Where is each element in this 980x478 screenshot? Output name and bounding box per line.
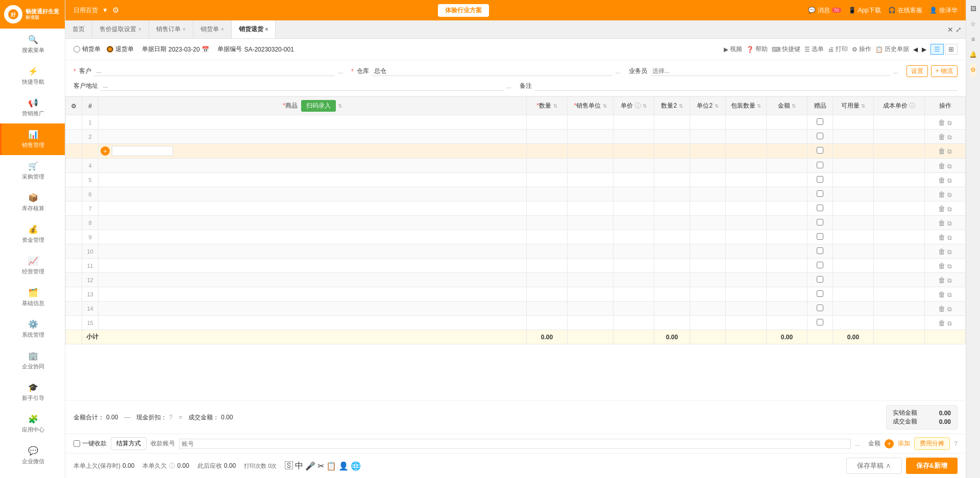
row-amount-3[interactable] — [767, 144, 807, 159]
row-qty-12[interactable] — [527, 273, 568, 287]
row-pack-9[interactable] — [726, 230, 767, 244]
row-avail-4[interactable] — [833, 159, 874, 173]
row-qty-1[interactable] — [527, 115, 568, 130]
row-price-14[interactable] — [614, 301, 654, 316]
gift-checkbox-3[interactable] — [817, 147, 823, 154]
copy-row-4[interactable]: ⧉ — [947, 163, 952, 170]
gift-checkbox-5[interactable] — [817, 176, 823, 183]
row-unit-3[interactable] — [568, 144, 614, 159]
row-cost-5[interactable] — [874, 173, 925, 187]
row-gift-3[interactable] — [807, 144, 833, 159]
radio-return[interactable]: 退货单 — [107, 45, 134, 54]
product-input-${i}[interactable] — [112, 146, 173, 156]
department-select[interactable]: 日用百货 — [74, 6, 98, 15]
gift-checkbox-6[interactable] — [817, 190, 823, 197]
row-unit2-10[interactable] — [690, 244, 726, 259]
row-amount-11[interactable] — [767, 259, 807, 273]
row-amount-1[interactable] — [767, 115, 807, 130]
row-price-9[interactable] — [614, 230, 654, 244]
row-avail-8[interactable] — [833, 216, 874, 230]
row-product-14[interactable] — [99, 301, 527, 316]
row-product-4[interactable] — [99, 159, 527, 173]
save-draft-button[interactable]: 保存草稿 ∧ — [846, 458, 902, 474]
row-product-10[interactable] — [99, 244, 527, 259]
account-input[interactable] — [179, 439, 851, 449]
sidebar-item-wechat[interactable]: 💬 企业微信 — [0, 440, 65, 471]
row-amount-8[interactable] — [767, 216, 807, 230]
notification-btn[interactable]: 💬 消息 70 — [808, 6, 841, 15]
row-product-8[interactable] — [99, 216, 527, 230]
row-pack-8[interactable] — [726, 216, 767, 230]
gift-checkbox-4[interactable] — [817, 162, 823, 168]
price-sort-icon[interactable]: ⇅ — [643, 103, 647, 109]
sidebar-item-marketing[interactable]: 📢 营销推广 — [0, 92, 65, 123]
row-qty2-3[interactable] — [654, 144, 690, 159]
row-avail-6[interactable] — [833, 187, 874, 202]
one-click-label[interactable]: 一键收款 — [74, 439, 107, 448]
row-price-4[interactable] — [614, 159, 654, 173]
copy-row-3[interactable]: ⧉ — [947, 148, 952, 155]
maximize-icon[interactable]: ⤢ — [955, 26, 962, 34]
row-unit2-9[interactable] — [690, 230, 726, 244]
row-product-2[interactable] — [99, 130, 527, 144]
tab-sales-close[interactable]: × — [221, 27, 224, 32]
gift-checkbox-9[interactable] — [817, 233, 823, 240]
gift-checkbox-8[interactable] — [817, 219, 823, 225]
row-avail-15[interactable] — [833, 316, 874, 330]
row-gift-15[interactable] — [807, 316, 833, 330]
delete-row-9[interactable]: 🗑 — [938, 233, 945, 241]
unit2-sort-icon[interactable]: ⇅ — [715, 103, 719, 109]
delete-row-3[interactable]: 🗑 — [938, 147, 945, 155]
tab-price[interactable]: 售价提取设置 × — [92, 20, 149, 38]
row-amount-9[interactable] — [767, 230, 807, 244]
row-pack-13[interactable] — [726, 287, 767, 301]
gift-checkbox-1[interactable] — [817, 118, 823, 125]
row-avail-2[interactable] — [833, 130, 874, 144]
row-product-11[interactable] — [99, 259, 527, 273]
row-price-3[interactable] — [614, 144, 654, 159]
scan-button[interactable]: 扫码录入 — [301, 100, 336, 112]
remark-input[interactable] — [535, 81, 958, 91]
delete-row-6[interactable]: 🗑 — [938, 190, 945, 198]
copy-row-2[interactable]: ⧉ — [947, 134, 952, 141]
toolbar-icon-2[interactable]: 中 — [295, 461, 303, 471]
copy-row-14[interactable]: ⧉ — [947, 306, 952, 313]
row-qty2-8[interactable] — [654, 216, 690, 230]
gift-checkbox-7[interactable] — [817, 205, 823, 211]
row-unit-7[interactable] — [568, 202, 614, 216]
row-amount-12[interactable] — [767, 273, 807, 287]
row-gift-13[interactable] — [807, 287, 833, 301]
copy-row-13[interactable]: ⧉ — [947, 291, 952, 298]
copy-row-15[interactable]: ⧉ — [947, 320, 952, 327]
toolbar-icon-6[interactable]: 👤 — [338, 461, 349, 471]
row-cost-1[interactable] — [874, 115, 925, 130]
row-unit-13[interactable] — [568, 287, 614, 301]
row-price-2[interactable] — [614, 130, 654, 144]
row-avail-13[interactable] — [833, 287, 874, 301]
delete-row-13[interactable]: 🗑 — [938, 290, 945, 298]
row-unit-9[interactable] — [568, 230, 614, 244]
sidebar-item-operation[interactable]: 📈 经营管理 — [0, 250, 65, 282]
row-pack-11[interactable] — [726, 259, 767, 273]
row-cost-4[interactable] — [874, 159, 925, 173]
row-unit-8[interactable] — [568, 216, 614, 230]
row-pack-12[interactable] — [726, 273, 767, 287]
gift-checkbox-11[interactable] — [817, 262, 823, 268]
copy-row-9[interactable]: ⧉ — [947, 234, 952, 241]
row-gift-10[interactable] — [807, 244, 833, 259]
row-unit2-1[interactable] — [690, 115, 726, 130]
row-unit2-11[interactable] — [690, 259, 726, 273]
row-cost-3[interactable] — [874, 144, 925, 159]
row-avail-9[interactable] — [833, 230, 874, 244]
row-price-15[interactable] — [614, 316, 654, 330]
print-btn[interactable]: 🖨 打印 — [828, 45, 848, 54]
qty2-sort-icon[interactable]: ⇅ — [679, 103, 683, 109]
row-unit-6[interactable] — [568, 187, 614, 202]
row-qty2-4[interactable] — [654, 159, 690, 173]
row-pack-1[interactable] — [726, 115, 767, 130]
row-product-1[interactable] — [99, 115, 527, 130]
row-avail-14[interactable] — [833, 301, 874, 316]
toolbar-icon-3[interactable]: 🎤 — [305, 461, 315, 471]
row-amount-6[interactable] — [767, 187, 807, 202]
row-product-3[interactable]: + — [99, 144, 527, 159]
